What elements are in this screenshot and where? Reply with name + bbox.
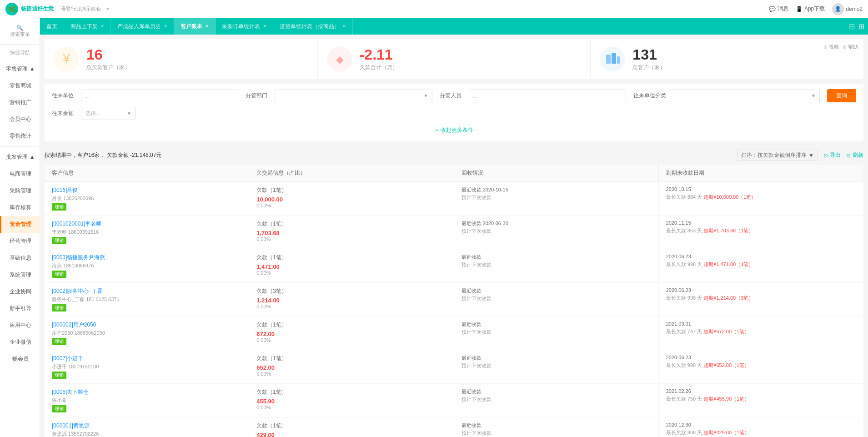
cell-customer-3: [0003]畅捷服务尹海燕 海燕 18513066976 现销 xyxy=(45,249,249,282)
next-payment-8: 预计下次收款 xyxy=(462,430,651,437)
recent-payment-8: 最近收款 xyxy=(462,422,651,429)
cell-due-date-2: 2020.11.15 最长欠款 853 天 超期¥1,703.68（1笔） xyxy=(659,216,863,249)
overdue-link-6[interactable]: 超期¥652.00（1笔） xyxy=(703,362,749,368)
overdue-date-5: 2021.03.01 xyxy=(666,321,856,326)
recent-payment-3: 最近收款 xyxy=(462,254,651,261)
cell-collection-8: 最近收款 预计下次收款 xyxy=(454,417,659,437)
sidebar-item-enterprise[interactable]: 企业协同 xyxy=(0,283,40,300)
sidebar-item-retail-mgmt[interactable]: 零售管理 ▲ xyxy=(0,60,40,77)
tab-product-history[interactable]: 产成品入库单历史 ✕ xyxy=(111,18,174,35)
user-menu[interactable]: 👤 demo2 xyxy=(832,3,863,15)
sidebar-item-marketing[interactable]: 营销推广 xyxy=(0,94,40,111)
cell-collection-4: 最近收款 预计下次收款 xyxy=(454,283,659,316)
tab-product-off[interactable]: 商品上下架 ✕ xyxy=(64,18,111,35)
cell-debt-8: 欠款（1笔） 429.00 0.00% xyxy=(249,417,454,437)
overdue-date-1: 2020.10.15 xyxy=(666,186,856,192)
overdue-days-5: 最长欠款 747 天 超期¥672.00（1笔） xyxy=(666,328,856,335)
sidebar-item-guide[interactable]: 新手引导 xyxy=(0,300,40,317)
tab-collapse-btn[interactable]: ⊟ xyxy=(849,22,855,31)
tab-expand-btn[interactable]: ⊞ xyxy=(858,22,864,31)
sort-select[interactable]: 排序：按欠款金额倒序排序 ▼ xyxy=(737,150,818,161)
app-download-btn[interactable]: 📱 App下载 xyxy=(796,5,825,13)
customer-name-link-5[interactable]: [000002]用户2050 xyxy=(52,321,241,329)
overdue-link-2[interactable]: 超期¥1,703.68（1笔） xyxy=(703,228,753,233)
tab-home[interactable]: 首页 xyxy=(40,18,64,35)
sidebar-item-batch-mgmt[interactable]: 批发管理 ▲ xyxy=(0,149,40,166)
overdue-link-8[interactable]: 超期¥429.00（1笔） xyxy=(703,430,749,435)
svg-text:◆: ◆ xyxy=(336,54,343,65)
customer-name-link-4[interactable]: [0002]服务中心_丁磊 xyxy=(52,287,241,295)
tab-close-purchase-order[interactable]: ✕ xyxy=(263,24,266,29)
sidebar-item-ecommerce[interactable]: 电商管理 xyxy=(0,166,40,182)
tab-customer-account[interactable]: 客户账本 ✕ xyxy=(174,18,216,35)
system-label: 系统管理 xyxy=(10,271,31,278)
cell-customer-1: [0016]吕俊 吕俊 13026203696 现销 xyxy=(45,182,249,215)
subtitle: 母婴行业演示账套 xyxy=(61,5,101,12)
help-link[interactable]: ⊙ 帮助 xyxy=(843,44,858,50)
sidebar-item-enterprise-wx[interactable]: 企业微信 xyxy=(0,334,40,351)
svg-rect-5 xyxy=(606,55,611,64)
overdue-link-3[interactable]: 超期¥1,471.00（1笔） xyxy=(703,261,753,267)
sidebar-item-basic-info[interactable]: 基础信息 xyxy=(0,250,40,266)
tab-close-product-history[interactable]: ✕ xyxy=(164,24,167,29)
tab-purchase-order[interactable]: 采购订单统计表 ✕ xyxy=(216,18,273,35)
customer-name-link-8[interactable]: [000001]黄思源 xyxy=(52,422,241,430)
sidebar-item-retail-stats[interactable]: 零售统计 xyxy=(0,128,40,145)
from-unit-input[interactable]: ... xyxy=(81,90,238,102)
overdue-link-7[interactable]: 超期¥455.90（1笔） xyxy=(703,396,749,402)
customer-name-link-6[interactable]: [0007]小进干 xyxy=(52,355,241,362)
sidebar-search[interactable]: 🔍 搜索菜单 xyxy=(0,22,40,40)
sidebar-item-app-center[interactable]: 应用中心 xyxy=(0,317,40,334)
manager-input[interactable]: ... xyxy=(469,90,626,102)
tab-stock-stats[interactable]: 进货单统计表（按商品） ✕ xyxy=(273,18,353,35)
overdue-date-2: 2020.11.15 xyxy=(666,220,856,226)
debt-amount-6: 652.00 xyxy=(256,364,446,371)
sidebar-item-system[interactable]: 系统管理 xyxy=(0,266,40,283)
sidebar-item-operation[interactable]: 经营管理 xyxy=(0,233,40,250)
export-button[interactable]: ⊙ 导出 xyxy=(823,151,841,159)
customer-name-link-1[interactable]: [0016]吕俊 xyxy=(52,186,241,194)
subtitle-dropdown[interactable]: ▼ xyxy=(105,6,110,11)
sidebar-item-member[interactable]: 会员中心 xyxy=(0,111,40,128)
sidebar-item-warehouse[interactable]: 库存核算 xyxy=(0,199,40,216)
header: 🌿 畅捷通好生意 母婴行业演示账套 ▼ 💬 消息 📱 App下载 👤 demo2 xyxy=(0,0,868,18)
col-header-due-date: 到期未收款日期 xyxy=(659,165,863,181)
tab-close-product-off[interactable]: ✕ xyxy=(100,24,104,29)
debt-amount-2: 1,703.68 xyxy=(256,230,446,236)
next-payment-3: 预计下次收款 xyxy=(462,261,651,268)
refresh-button[interactable]: ⊙ 刷新 xyxy=(846,151,863,159)
customer-name-link-7[interactable]: [0006]去下粮仓 xyxy=(52,388,241,396)
query-button[interactable]: 查询 xyxy=(827,89,856,102)
stat-icon-debt: ◆ xyxy=(327,46,352,72)
video-link[interactable]: ⊙ 视频 xyxy=(823,44,839,50)
debt-percent-5: 0.00% xyxy=(256,337,446,343)
tab-close-stock-stats[interactable]: ✕ xyxy=(342,24,346,29)
operation-label: 经营管理 xyxy=(10,238,31,244)
stat-card-total-customers: 131 总客户（家） ⊙ 视频 ⊙ 帮助 xyxy=(591,39,863,79)
tab-bar: 首页 商品上下架 ✕ 产成品入库单历史 ✕ 客户账本 ✕ 采购订单统计表 ✕ xyxy=(40,18,868,35)
message-btn[interactable]: 💬 消息 xyxy=(769,5,788,13)
unit-category-select[interactable]: ▼ xyxy=(670,90,820,102)
sidebar-item-member-plan[interactable]: 畅会员 xyxy=(0,351,40,367)
remainder-select[interactable]: 选择... ▼ xyxy=(81,107,135,120)
debt-amount-8: 429.00 xyxy=(256,432,446,437)
customer-name-link-3[interactable]: [0003]畅捷服务尹海燕 xyxy=(52,254,241,261)
debt-percent-4: 0.00% xyxy=(256,304,446,309)
overdue-link-5[interactable]: 超期¥672.00（1笔） xyxy=(703,329,749,334)
customer-tag-2: 现销 xyxy=(52,237,66,244)
unit-category-label: 往来单位分类 xyxy=(633,92,666,100)
tab-close-customer-account[interactable]: ✕ xyxy=(205,24,209,29)
sidebar-item-retail-store[interactable]: 零售商城 xyxy=(0,77,40,94)
sidebar-item-finance[interactable]: 资金管理 xyxy=(0,216,40,233)
stat-icon-money: ¥ xyxy=(54,46,79,72)
cell-due-date-4: 2020.06.23 最长欠款 998 天 超期¥1,214.00（3笔） xyxy=(659,283,863,316)
cell-due-date-6: 2020.06.23 最长欠款 998 天 超期¥652.00（1笔） xyxy=(659,350,863,383)
sidebar-item-purchase[interactable]: 采购管理 xyxy=(0,182,40,199)
overdue-link-4[interactable]: 超期¥1,214.00（3笔） xyxy=(703,295,753,301)
collapse-button[interactable]: ∧ 收起更多条件 xyxy=(52,125,856,136)
filter-row-2: 往来余额 选择... ▼ xyxy=(52,107,856,120)
customer-name-link-2[interactable]: [0001020001]李老师 xyxy=(52,220,241,228)
dept-select[interactable]: ▼ xyxy=(275,90,432,102)
overdue-link-1[interactable]: 超期¥10,000.00（1笔） xyxy=(703,194,756,200)
filter-row-1: 往来单位 ... 分管部门 ▼ xyxy=(52,89,856,102)
